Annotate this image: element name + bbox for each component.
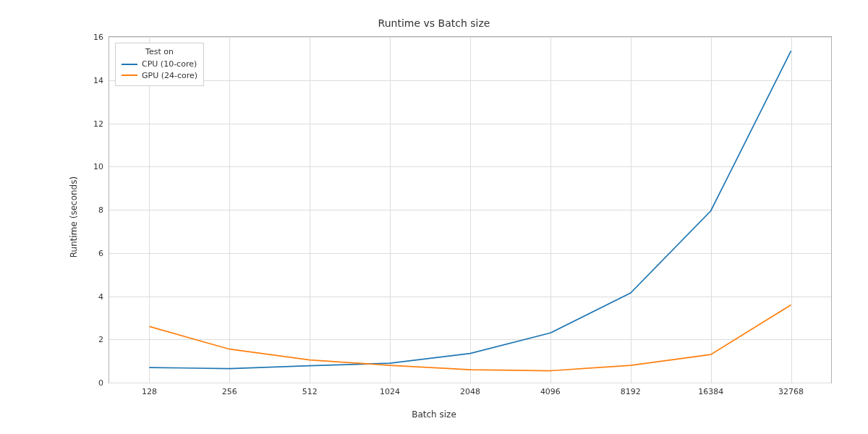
- legend-entry-gpu: GPU (24-core): [122, 70, 197, 81]
- x-tick-label: 1024: [380, 387, 400, 396]
- legend-swatch: [122, 75, 137, 76]
- y-axis-label: Runtime (seconds): [67, 0, 81, 434]
- x-tick-label: 4096: [540, 387, 561, 396]
- x-tick-label: 16384: [698, 387, 723, 396]
- legend-title: Test on: [122, 46, 197, 57]
- y-tick-label: 4: [98, 292, 103, 301]
- y-tick-label: 0: [98, 378, 103, 388]
- x-tick-label: 8192: [621, 387, 641, 396]
- y-tick-label: 6: [98, 248, 103, 258]
- series-layer: [109, 37, 831, 383]
- legend-entry-cpu: CPU (10-core): [122, 59, 197, 69]
- x-axis-label: Batch size: [0, 409, 868, 420]
- x-tick-label: 256: [222, 387, 237, 396]
- chart-title: Runtime vs Batch size: [0, 17, 868, 29]
- x-tick-label: 512: [302, 387, 318, 396]
- series-line-cpu: [149, 51, 791, 368]
- chart-figure: Runtime vs Batch size Runtime (seconds) …: [0, 0, 868, 434]
- y-tick-label: 8: [98, 205, 103, 215]
- legend-label: GPU (24-core): [142, 70, 197, 81]
- legend-label: CPU (10-core): [142, 59, 197, 69]
- y-tick-label: 10: [93, 162, 103, 171]
- legend: Test on CPU (10-core) GPU (24-core): [115, 43, 204, 86]
- legend-swatch: [122, 64, 137, 65]
- gridline-h: [109, 383, 831, 383]
- y-tick-label: 16: [93, 33, 103, 42]
- series-line-gpu: [149, 305, 791, 370]
- y-tick-label: 12: [93, 119, 103, 128]
- x-tick-label: 128: [142, 387, 157, 396]
- x-tick-label: 2048: [460, 387, 480, 396]
- y-tick-label: 2: [98, 335, 103, 344]
- x-tick-label: 32768: [778, 387, 804, 396]
- y-tick-label: 14: [93, 75, 103, 85]
- plot-area: 128 256 512 1024 2048 4096 8192 16384 32…: [109, 36, 832, 383]
